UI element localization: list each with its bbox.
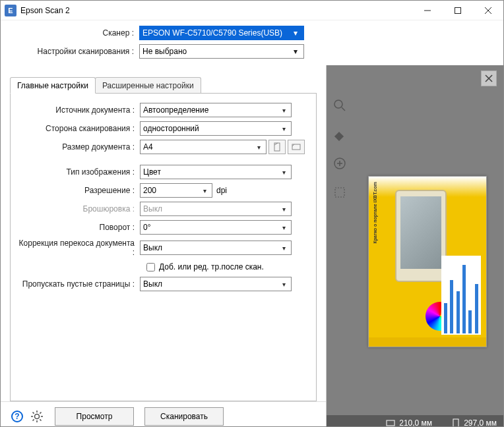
window-title: Epson Scan 2 (20, 6, 412, 15)
status-width: 210,0 мм (399, 418, 432, 427)
svg-rect-21 (334, 132, 344, 141)
preview-image[interactable]: Кратко о портале iXBT.com (368, 176, 487, 347)
chevron-down-icon: ▾ (279, 244, 288, 252)
rotation-combo[interactable]: 0°▾ (140, 220, 292, 235)
maximize-button[interactable] (443, 1, 473, 20)
close-button[interactable] (473, 1, 503, 20)
help-icon: ? (11, 410, 24, 423)
tab-advanced-settings[interactable]: Расширенные настройки (95, 77, 201, 93)
preview-phone-graphic (395, 190, 447, 282)
document-size-combo[interactable]: A4▾ (140, 140, 267, 154)
svg-rect-26 (387, 420, 394, 426)
preview-tools (327, 65, 353, 201)
settings-button[interactable] (30, 409, 44, 424)
zoom-in-icon (333, 157, 346, 170)
resolution-unit: dpi (216, 186, 227, 195)
svg-line-20 (342, 107, 345, 111)
marquee-tool[interactable] (331, 184, 348, 201)
zoom-in-tool[interactable] (331, 155, 348, 172)
rotate-tool[interactable] (331, 126, 348, 143)
chevron-down-icon: ▾ (279, 206, 288, 213)
chevron-down-icon: ▾ (279, 169, 288, 176)
tabs: Главные настройки Расширенные настройки (10, 77, 317, 94)
bottom-bar: ? Просмотр Сканировать (1, 401, 326, 427)
gear-icon (30, 410, 44, 423)
skip-blank-label: Пропускать пустые страницы : (17, 279, 140, 289)
svg-text:?: ? (15, 412, 19, 421)
preview-button[interactable]: Просмотр (55, 407, 134, 426)
app-icon: E (5, 5, 16, 16)
document-source-combo[interactable]: Автоопределение▾ (140, 103, 292, 117)
preview-pane: Кратко о портале iXBT.com 210,0 мм 297,0… (327, 65, 503, 427)
chevron-down-icon: ▾ (290, 28, 301, 38)
minimize-button[interactable] (412, 1, 443, 20)
close-preview-button[interactable] (481, 71, 497, 86)
preview-barchart-graphic (441, 256, 481, 335)
stitching-combo: Выкл▾ (140, 202, 292, 216)
status-height: 297,0 мм (464, 418, 497, 427)
top-controls: Сканер : EPSON WF-C5710/C5790 Series(USB… (1, 20, 503, 65)
width-icon (386, 419, 395, 427)
skip-blank-combo[interactable]: Выкл▾ (140, 277, 292, 291)
scanner-combo[interactable]: EPSON WF-C5710/C5790 Series(USB) ▾ (139, 26, 304, 40)
help-button[interactable]: ? (10, 409, 24, 424)
tab-main-settings[interactable]: Главные настройки (10, 77, 96, 94)
close-icon (485, 74, 493, 82)
orientation-landscape-button[interactable] (288, 140, 305, 154)
height-icon (452, 418, 460, 427)
scan-settings-value: Не выбрано (142, 47, 290, 56)
landscape-icon (292, 142, 301, 152)
chevron-down-icon: ▾ (279, 107, 288, 114)
resolution-label: Разрешение : (17, 186, 140, 195)
add-edit-after-scan-checkbox[interactable] (146, 263, 155, 271)
svg-line-16 (40, 413, 41, 414)
scanner-value: EPSON WF-C5710/C5790 Series(USB) (142, 28, 290, 38)
svg-rect-1 (455, 7, 461, 13)
chevron-down-icon: ▾ (290, 47, 301, 56)
preview-status-bar: 210,0 мм 297,0 мм (327, 415, 503, 427)
preview-footer-strip (369, 337, 486, 347)
document-source-label: Источник документа : (17, 105, 140, 115)
close-icon (485, 7, 491, 14)
svg-line-15 (33, 419, 34, 420)
rotate-icon (333, 128, 346, 141)
image-type-combo[interactable]: Цвет▾ (140, 165, 292, 179)
scanning-side-label: Сторона сканирования : (17, 124, 140, 133)
stitching-label: Брошюровка : (17, 204, 140, 214)
minimize-icon (424, 7, 431, 14)
scanning-side-combo[interactable]: односторонний▾ (140, 121, 292, 136)
chevron-down-icon: ▾ (279, 125, 288, 132)
window-titlebar: E Epson Scan 2 (1, 1, 503, 20)
portrait-icon (272, 142, 282, 152)
rotation-label: Поворот : (17, 223, 140, 232)
image-type-label: Тип изображения : (17, 167, 140, 177)
main-settings-panel: Источник документа : Автоопределение▾ Ст… (10, 94, 317, 401)
svg-line-13 (33, 413, 34, 414)
maximize-icon (455, 7, 461, 14)
scan-settings-label: Настройки сканирования : (10, 47, 139, 56)
svg-rect-25 (335, 188, 344, 197)
scan-button[interactable]: Сканировать (144, 407, 224, 426)
add-edit-after-scan-label: Доб. или ред. тр.после скан. (159, 262, 264, 271)
svg-rect-27 (453, 419, 458, 427)
magnifier-icon (333, 99, 346, 112)
zoom-tool[interactable] (331, 97, 348, 114)
marquee-icon (333, 186, 346, 199)
deskew-label: Коррекция перекоса документа : (17, 239, 140, 257)
scan-settings-combo[interactable]: Не выбрано ▾ (139, 44, 304, 59)
scanner-label: Сканер : (10, 28, 139, 38)
svg-point-8 (35, 414, 40, 419)
chevron-down-icon: ▾ (200, 187, 209, 194)
resolution-combo[interactable]: 200▾ (140, 183, 212, 198)
chevron-down-icon: ▾ (254, 144, 263, 151)
orientation-portrait-button[interactable] (268, 140, 286, 154)
svg-point-19 (334, 100, 342, 108)
chevron-down-icon: ▾ (279, 224, 288, 231)
deskew-combo[interactable]: Выкл▾ (140, 241, 292, 255)
document-size-label: Размер документа : (17, 142, 140, 152)
svg-line-14 (40, 419, 41, 420)
chevron-down-icon: ▾ (279, 281, 288, 288)
preview-headline: Кратко о портале iXBT.com (373, 182, 382, 243)
